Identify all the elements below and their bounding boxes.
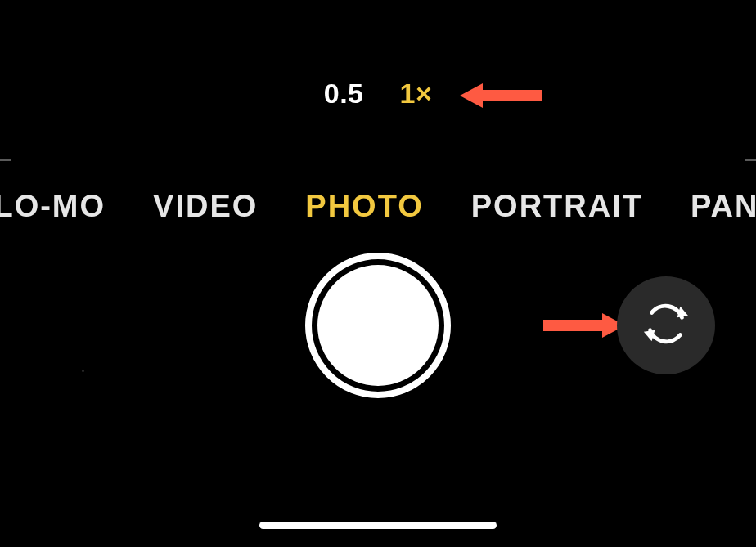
viewfinder-frame-edge <box>0 159 11 161</box>
svg-marker-1 <box>543 313 625 338</box>
mode-slo-mo[interactable]: SLO-MO <box>0 189 106 224</box>
artifact-speck <box>82 370 84 372</box>
mode-pano[interactable]: PANO <box>691 189 756 224</box>
home-indicator[interactable] <box>259 522 497 529</box>
mode-portrait[interactable]: PORTRAIT <box>471 189 643 224</box>
mode-photo[interactable]: PHOTO <box>305 189 423 224</box>
svg-marker-3 <box>644 330 655 342</box>
zoom-option-0-5x[interactable]: 0.5 <box>324 78 364 110</box>
zoom-selector: 0.5 1× <box>0 78 756 110</box>
shutter-button[interactable] <box>305 253 451 398</box>
shutter-inner <box>317 265 439 386</box>
annotation-arrow-flip <box>543 310 625 341</box>
mode-video[interactable]: VIDEO <box>153 189 258 224</box>
camera-mode-strip[interactable]: SLO-MO VIDEO PHOTO PORTRAIT PANO <box>0 189 756 224</box>
zoom-option-1x[interactable]: 1× <box>400 78 433 110</box>
svg-marker-2 <box>677 307 689 318</box>
flip-camera-button[interactable] <box>617 276 715 374</box>
flip-camera-icon <box>641 298 691 352</box>
viewfinder-frame-edge <box>745 159 756 161</box>
